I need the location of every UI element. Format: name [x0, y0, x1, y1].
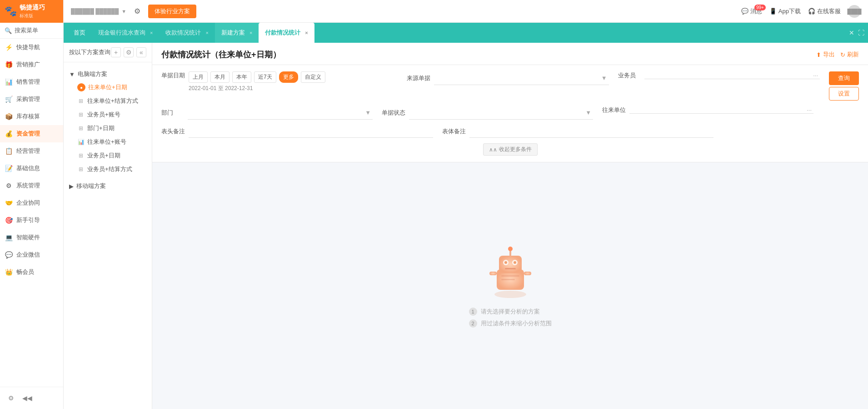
- tree-item-staff-date[interactable]: ⊞ 业务员+日期: [64, 149, 152, 162]
- sidebar-item-marketing[interactable]: 🎁 营销推广: [0, 56, 63, 73]
- scheme-settings-btn[interactable]: ⚙: [124, 47, 134, 57]
- sidebar-item-system[interactable]: ⚙ 系统管理: [0, 177, 63, 194]
- partner-label: 往来单位: [602, 106, 626, 114]
- tab-home[interactable]: 首页: [67, 23, 92, 43]
- staff-label: 业务员: [618, 71, 641, 80]
- date-btn-more[interactable]: 更多: [279, 71, 298, 83]
- date-btn-custom[interactable]: 自定义: [301, 71, 325, 83]
- sidebar-item-enterprise[interactable]: 🤝 企业协同: [0, 194, 63, 212]
- dept-select[interactable]: ▼: [188, 106, 373, 120]
- date-btn-7days[interactable]: 近7天: [254, 71, 276, 83]
- partner-select[interactable]: ···: [629, 106, 813, 114]
- empty-state: 1 请先选择要分析的方案 2 用过滤条件来缩小分析范围: [152, 162, 868, 409]
- trial-btn[interactable]: 体验行业方案: [148, 5, 196, 18]
- collapse-sidebar-btn[interactable]: ◀◀: [21, 392, 34, 404]
- tab-expand-btn[interactable]: ⛶: [858, 29, 864, 36]
- sidebar-bottom: ⚙ ◀◀: [0, 387, 63, 409]
- collapse-filter-btn[interactable]: ∧∧ 收起更多条件: [483, 143, 538, 156]
- app-name-group: 畅捷通巧 标准版: [20, 4, 45, 19]
- body-note-input[interactable]: [469, 125, 714, 138]
- tab-receipt-close[interactable]: ×: [205, 30, 208, 35]
- online-service-btn[interactable]: 🎧 在线客服: [808, 7, 841, 15]
- dept-label: 部门: [161, 109, 184, 117]
- app-download-label: App下载: [778, 7, 801, 15]
- add-scheme-btn[interactable]: +: [111, 47, 121, 57]
- tree-group-desktop-header[interactable]: ▼ 电脑端方案: [64, 68, 152, 81]
- service-icon: 🎧: [808, 8, 815, 15]
- wechat-icon: 💬: [5, 251, 13, 259]
- sidebar-item-inventory[interactable]: 📦 库存核算: [0, 108, 63, 125]
- tree-item-partner-payment[interactable]: ⊞ 往来单位+结算方式: [64, 94, 152, 108]
- svg-rect-2: [499, 256, 522, 273]
- sales-icon: 📊: [5, 78, 13, 86]
- tree-item-icon3: ⊞: [77, 125, 85, 132]
- tree-item-dept-date[interactable]: ⊞ 部门+日期: [64, 121, 152, 135]
- collapse-panel-btn[interactable]: «: [136, 47, 146, 57]
- svg-point-6: [514, 261, 516, 264]
- topbar-gear-btn[interactable]: ⚙: [131, 5, 144, 18]
- header-note-label: 表头备注: [161, 127, 185, 136]
- tree-item-icon6: ⊞: [77, 166, 85, 173]
- header-note-input[interactable]: [189, 125, 433, 138]
- tab-new[interactable]: 新建方案 ×: [215, 23, 259, 43]
- date-range-display: 2022-01-01 至 2022-12-31: [189, 85, 325, 92]
- sidebar-item-purchase[interactable]: 🛒 采购管理: [0, 91, 63, 108]
- sidebar-item-label: 经营管理: [16, 147, 40, 155]
- tree-item-staff-payment[interactable]: ⊞ 业务员+结算方式: [64, 162, 152, 176]
- tree-group-mobile-label: 移动端方案: [76, 182, 106, 190]
- app-logo-icon: 🐾: [5, 5, 17, 17]
- tree-item-partner-date[interactable]: ● 往来单位+日期: [64, 81, 152, 94]
- source-select[interactable]: ▼: [434, 71, 609, 85]
- hint-text-1: 请先选择要分析的方案: [481, 308, 540, 316]
- export-btn[interactable]: ⬆ 导出: [816, 50, 835, 59]
- tree-item-staff-account[interactable]: ⊞ 业务员+账号: [64, 108, 152, 121]
- sidebar-item-sales[interactable]: 📊 销售管理: [0, 73, 63, 91]
- tab-close-all-btn[interactable]: ✕: [849, 29, 854, 36]
- tab-payment-close[interactable]: ×: [305, 30, 308, 35]
- sidebar-item-wechat[interactable]: 💬 企业微信: [0, 246, 63, 263]
- sidebar-search[interactable]: 🔍 搜索菜单: [0, 23, 63, 39]
- date-filter-label: 单据日期: [161, 71, 185, 80]
- date-btn-this-year[interactable]: 本年: [232, 71, 251, 83]
- doc-status-select[interactable]: ▼: [409, 106, 593, 120]
- date-btn-last-month[interactable]: 上月: [189, 71, 208, 83]
- tab-receipt-label: 收款情况统计: [165, 29, 201, 37]
- sidebar-item-hardware[interactable]: 💻 智能硬件: [0, 229, 63, 246]
- svg-rect-13: [501, 279, 515, 280]
- messages-btn[interactable]: 💬 消息 99+: [741, 7, 762, 15]
- account-selector[interactable]: ██████ ██████ ▼: [71, 8, 126, 15]
- dept-filter: 部门 ▼: [161, 106, 373, 120]
- tab-cashflow-label: 现金银行流水查询: [98, 29, 145, 37]
- svg-rect-10: [489, 272, 497, 275]
- tab-home-label: 首页: [74, 29, 85, 37]
- search-icon: 🔍: [5, 27, 12, 34]
- page-header: 付款情况统计（往来单位+日期） ⬆ 导出 ↻ 刷新: [152, 43, 868, 65]
- sidebar-item-guide[interactable]: 🎯 新手引导: [0, 212, 63, 229]
- sidebar-item-basic[interactable]: 📝 基础信息: [0, 160, 63, 177]
- tab-payment[interactable]: 付款情况统计 ×: [259, 23, 314, 43]
- sidebar-item-finance[interactable]: 💰 资金管理: [0, 125, 63, 142]
- tab-cashflow-close[interactable]: ×: [150, 30, 153, 35]
- sidebar-item-operations[interactable]: 📋 经营管理: [0, 142, 63, 160]
- tab-receipt[interactable]: 收款情况统计 ×: [159, 23, 215, 43]
- empty-hint-2: 2 用过滤条件来缩小分析范围: [469, 319, 552, 328]
- date-btn-this-month[interactable]: 本月: [210, 71, 229, 83]
- sidebar-item-label: 销售管理: [16, 78, 40, 86]
- collapse-label: 收起更多条件: [499, 146, 532, 153]
- tab-cashflow[interactable]: 现金银行流水查询 ×: [92, 23, 159, 43]
- tree-group-mobile-header[interactable]: ▶ 移动端方案: [64, 180, 152, 192]
- sidebar-item-quicknav[interactable]: ⚡ 快捷导航: [0, 39, 63, 56]
- refresh-btn[interactable]: ↻ 刷新: [840, 50, 859, 59]
- app-download-btn[interactable]: 📱 App下载: [769, 7, 801, 15]
- left-panel-header: 按以下方案查询 + ⚙ «: [64, 43, 152, 62]
- tree-item-partner-account[interactable]: 📊 往来单位+账号: [64, 135, 152, 149]
- tab-new-close[interactable]: ×: [249, 30, 252, 35]
- settings-btn[interactable]: 设置: [829, 87, 859, 101]
- account-chevron-icon: ▼: [121, 9, 126, 14]
- svg-point-9: [508, 247, 513, 251]
- settings-bottom-btn[interactable]: ⚙: [5, 392, 17, 404]
- sidebar-item-member[interactable]: 👑 畅会员: [0, 263, 63, 281]
- query-btn[interactable]: 查询: [829, 71, 859, 85]
- staff-select[interactable]: ···: [644, 72, 820, 79]
- user-avatar[interactable]: ████: [848, 5, 861, 18]
